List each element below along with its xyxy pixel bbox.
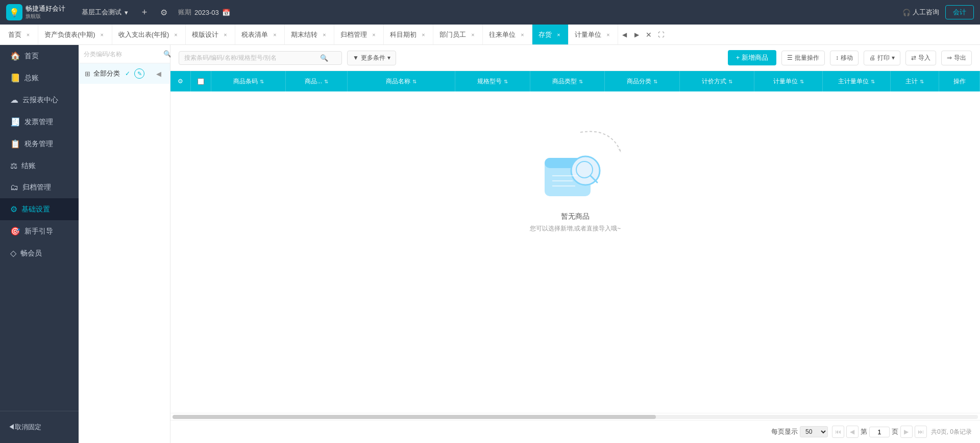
filter-button[interactable]: ▼ 更多条件 ▾ — [347, 51, 396, 65]
page-number-input[interactable] — [869, 427, 890, 437]
th-category-label: 商品分类 — [627, 77, 651, 86]
tab-home[interactable]: 首页 × — [2, 25, 38, 45]
tab-balance-close[interactable]: × — [99, 31, 106, 38]
tab-inventory-close[interactable]: × — [555, 31, 562, 38]
th-price-method[interactable]: 计价方式 ⇅ — [680, 71, 754, 91]
th-unit[interactable]: 计量单位 ⇅ — [754, 71, 823, 91]
company-selector[interactable]: 基层工会测试 ▾ — [78, 6, 132, 19]
tab-archive-close[interactable]: × — [370, 31, 377, 38]
tab-template-close[interactable]: × — [222, 31, 229, 38]
sidebar-item-home[interactable]: 🏠 首页 — [0, 45, 79, 67]
sidebar-item-closing[interactable]: ⚖ 结账 — [0, 155, 79, 177]
tabs-close-all-button[interactable]: ✕ — [643, 29, 655, 41]
th-checkbox[interactable] — [191, 71, 211, 91]
account-button[interactable]: 会计 — [945, 5, 974, 19]
th-code[interactable]: 商品... ⇅ — [286, 71, 348, 91]
tab-closing-close[interactable]: × — [321, 31, 328, 38]
select-all-checkbox[interactable] — [198, 78, 204, 85]
tab-subject-close[interactable]: × — [420, 31, 427, 38]
tab-contacts-close[interactable]: × — [519, 31, 526, 38]
add-tab-button[interactable]: + — [137, 5, 152, 19]
page-prev-button[interactable]: ◀ — [846, 426, 859, 438]
tab-income[interactable]: 收入支出表(年报) × — [112, 25, 186, 45]
tab-dept-label: 部门员工 — [439, 30, 466, 39]
sidebar-item-reports[interactable]: ☁ 云报表中心 — [0, 89, 79, 111]
move-button[interactable]: ↕ 移动 — [830, 51, 859, 65]
app-logo: 💡 畅捷通好会计 旗舰版 — [6, 4, 72, 20]
tab-contacts[interactable]: 往来单位 × — [483, 25, 532, 45]
sidebar-item-archive[interactable]: 🗂 归档管理 — [0, 177, 79, 198]
th-barcode[interactable]: 商品条码 ⇅ — [211, 71, 286, 91]
tab-home-close[interactable]: × — [24, 31, 32, 38]
sidebar-item-settings[interactable]: ⚙ 基础设置 — [0, 198, 79, 220]
sidebar-item-guide[interactable]: 🎯 新手引导 — [0, 220, 79, 242]
tab-unit-close[interactable]: × — [604, 31, 611, 38]
th-num[interactable]: 主计 ⇅ — [891, 71, 939, 91]
th-spec[interactable]: 规格型号 ⇅ — [455, 71, 530, 91]
sort-type-icon[interactable]: ⇅ — [579, 79, 583, 84]
batch-icon: ☰ — [787, 54, 793, 61]
sort-code-icon[interactable]: ⇅ — [324, 79, 328, 84]
th-settings[interactable]: ⚙ — [170, 71, 191, 91]
consultant-button[interactable]: 🎧 人工咨询 — [902, 8, 939, 17]
import-button[interactable]: ⇄ 导入 — [905, 51, 936, 65]
th-name[interactable]: 商品名称 ⇅ — [348, 71, 455, 91]
sort-spec-icon[interactable]: ⇅ — [504, 79, 508, 84]
tab-archive[interactable]: 归档管理 × — [334, 25, 384, 45]
sort-price-icon[interactable]: ⇅ — [728, 79, 732, 84]
tabs-expand-button[interactable]: ⛶ — [655, 29, 667, 41]
tab-balance-label: 资产负债表(中期) — [44, 30, 95, 39]
tab-template[interactable]: 模版设计 × — [186, 25, 235, 45]
batch-button[interactable]: ☰ 批量操作 — [781, 51, 825, 65]
product-search-input[interactable] — [184, 54, 317, 61]
th-unit-label: 计量单位 — [773, 77, 798, 86]
tab-balance[interactable]: 资产负债表(中期) × — [38, 25, 112, 45]
category-search-input[interactable] — [84, 51, 160, 58]
page-first-button[interactable]: ⏮ — [832, 426, 844, 438]
th-type[interactable]: 商品类型 ⇅ — [530, 71, 605, 91]
sidebar-item-member[interactable]: ◇ 畅会员 — [0, 242, 79, 264]
sort-barcode-icon[interactable]: ⇅ — [260, 79, 264, 84]
sort-category-icon[interactable]: ⇅ — [653, 79, 657, 84]
print-button[interactable]: 🖨 打印 ▾ — [864, 51, 900, 65]
sort-main-unit-icon[interactable]: ⇅ — [871, 79, 875, 84]
content-area: 🔍 ⊞ 全部分类 ✓ ✎ ◀ 🔍 — [79, 45, 980, 443]
unpin-button[interactable]: ◀取消固定 — [0, 417, 79, 437]
tab-dept-close[interactable]: × — [469, 31, 476, 38]
tab-income-close[interactable]: × — [172, 31, 179, 38]
tabs-prev-button[interactable]: ◀ — [618, 29, 630, 41]
sidebar-item-invoice[interactable]: 🧾 发票管理 — [0, 111, 79, 133]
calendar-icon[interactable]: 📅 — [222, 9, 230, 16]
header-settings-button[interactable]: ⚙ — [157, 5, 171, 19]
category-collapse-button[interactable]: ◀ — [154, 68, 164, 79]
scrollbar-thumb[interactable] — [173, 415, 656, 419]
product-search-icon[interactable]: 🔍 — [320, 54, 328, 62]
th-category[interactable]: 商品分类 ⇅ — [605, 71, 679, 91]
sort-unit-icon[interactable]: ⇅ — [800, 79, 804, 84]
tab-dept[interactable]: 部门员工 × — [433, 25, 483, 45]
tab-unit-label: 计量单位 — [575, 30, 601, 39]
tab-tax-close[interactable]: × — [271, 31, 278, 38]
export-button[interactable]: ⇒ 导出 — [941, 51, 972, 65]
page-next-button[interactable]: ▶ — [900, 426, 913, 438]
period-value: 2023-03 — [194, 9, 219, 16]
sort-name-icon[interactable]: ⇅ — [412, 79, 416, 84]
tab-unit[interactable]: 计量单位 × — [569, 25, 618, 45]
tabs-next-button[interactable]: ▶ — [630, 29, 643, 41]
tab-tax[interactable]: 税表清单 × — [235, 25, 285, 45]
category-all-item[interactable]: ⊞ 全部分类 ✓ ✎ ◀ — [79, 63, 170, 84]
page-last-button[interactable]: ⏭ — [915, 426, 927, 438]
export-label: 导出 — [954, 54, 966, 62]
horizontal-scrollbar[interactable] — [170, 413, 980, 420]
tab-inventory[interactable]: 存货 × — [532, 25, 569, 45]
sidebar-label-tax: 税务管理 — [24, 139, 53, 149]
th-main-unit[interactable]: 主计量单位 ⇅ — [823, 71, 891, 91]
add-product-button[interactable]: + 新增商品 — [728, 50, 776, 65]
per-page-select[interactable]: 10 20 50 100 — [800, 426, 828, 437]
sort-num-icon[interactable]: ⇅ — [920, 79, 924, 84]
sidebar-item-ledger[interactable]: 📒 总账 — [0, 67, 79, 89]
category-edit-button[interactable]: ✎ — [134, 68, 144, 79]
tab-subject[interactable]: 科目期初 × — [384, 25, 433, 45]
sidebar-item-tax[interactable]: 📋 税务管理 — [0, 133, 79, 155]
tab-closing[interactable]: 期末结转 × — [285, 25, 334, 45]
